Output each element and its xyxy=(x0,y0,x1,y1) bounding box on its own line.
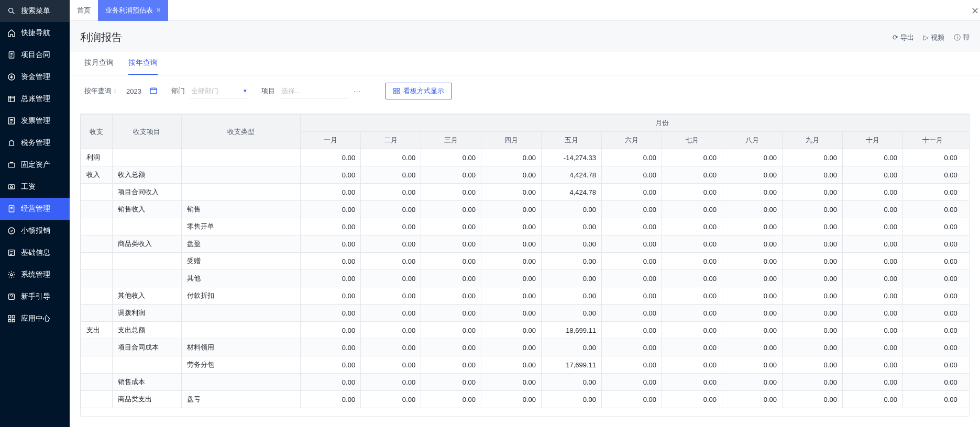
sidebar-item-11[interactable]: 基础信息 xyxy=(0,242,70,264)
cell-m7: 0.00 xyxy=(722,374,782,391)
cell-m4: 17,699.11 xyxy=(542,356,602,374)
table-row: 项目合同成本材料领用0.000.000.000.000.000.000.000.… xyxy=(81,339,970,356)
table-row: 其他收入付款折扣0.000.000.000.000.000.000.000.00… xyxy=(81,287,970,305)
col-month-2: 三月 xyxy=(421,132,481,149)
grid-icon xyxy=(393,87,400,95)
cell-cat xyxy=(81,339,113,356)
sidebar-item-label: 新手引导 xyxy=(21,292,50,301)
year-input[interactable]: 2023 xyxy=(124,86,144,97)
help-icon: ⓘ xyxy=(954,33,961,42)
sidebar-item-14[interactable]: 应用中心 xyxy=(0,308,70,330)
report-table-scroll[interactable]: 收支收支项目收支类型月份一月二月三月四月五月六月七月八月九月十月十一月十二 利润… xyxy=(80,114,970,417)
sidebar-item-10[interactable]: 小畅报销 xyxy=(0,220,70,242)
report-table: 收支收支项目收支类型月份一月二月三月四月五月六月七月八月九月十月十一月十二 利润… xyxy=(81,114,970,408)
cell-m8: 0.00 xyxy=(782,235,842,253)
cell-m1: 0.00 xyxy=(361,305,421,322)
cell-m3: 0.00 xyxy=(481,322,542,339)
help-button[interactable]: ⓘ 帮 xyxy=(954,33,970,42)
cell-m7: 0.00 xyxy=(722,149,782,166)
tab-bar: 首页 业务利润预估表 ✕ ✕ xyxy=(70,0,980,21)
tab-yearly[interactable]: 按年查询 xyxy=(128,52,158,75)
dept-select[interactable]: 全部部门 ▾ xyxy=(190,84,248,98)
sidebar-item-6[interactable]: 税务管理 xyxy=(0,132,70,154)
project-select[interactable]: 选择... xyxy=(280,84,348,98)
cell-m4: 4,424.78 xyxy=(542,166,602,184)
export-button[interactable]: ⟳ 导出 xyxy=(893,33,914,42)
cell-m6: 0.00 xyxy=(662,184,722,201)
cell-typ: 其他 xyxy=(181,270,301,287)
close-icon[interactable]: ✕ xyxy=(156,7,161,14)
cell-m6: 0.00 xyxy=(662,149,722,166)
sidebar-item-2[interactable]: 项目合同 xyxy=(0,44,70,66)
sidebar-item-4[interactable]: 总账管理 xyxy=(0,88,70,110)
cell-m11 xyxy=(963,253,970,270)
col-sub: 收支项目 xyxy=(112,115,181,149)
cell-m5: 0.00 xyxy=(602,149,662,166)
table-row: 销售成本0.000.000.000.000.000.000.000.000.00… xyxy=(81,374,970,391)
cell-m9: 0.00 xyxy=(842,391,902,408)
cell-m8: 0.00 xyxy=(782,356,842,374)
cell-m10: 0.00 xyxy=(902,339,963,356)
sidebar-item-13[interactable]: 新手引导 xyxy=(0,286,70,308)
cell-m0: 0.00 xyxy=(301,287,361,305)
cell-cat xyxy=(81,391,113,408)
sidebar: 搜索菜单快捷导航项目合同资金管理总账管理发票管理税务管理固定资产工资经营管理小畅… xyxy=(0,0,70,427)
cell-m0: 0.00 xyxy=(301,270,361,287)
svg-rect-19 xyxy=(397,88,399,91)
cell-m9: 0.00 xyxy=(842,201,902,218)
kanban-button[interactable]: 看板方式显示 xyxy=(385,83,452,99)
cell-m2: 0.00 xyxy=(421,322,481,339)
svg-rect-16 xyxy=(12,319,15,322)
cell-m4: -14,274.33 xyxy=(542,149,602,166)
sidebar-item-8[interactable]: 工资 xyxy=(0,176,70,198)
col-month-7: 八月 xyxy=(722,132,782,149)
cell-m10: 0.00 xyxy=(902,218,963,235)
cell-cat: 收入 xyxy=(81,166,113,184)
cell-m6: 0.00 xyxy=(662,339,722,356)
cell-m6: 0.00 xyxy=(662,391,722,408)
cell-m11 xyxy=(963,356,970,374)
svg-point-7 xyxy=(10,186,13,188)
cell-m0: 0.00 xyxy=(301,339,361,356)
cell-m6: 0.00 xyxy=(662,166,722,184)
sidebar-item-1[interactable]: 快捷导航 xyxy=(0,22,70,44)
cell-m3: 0.00 xyxy=(481,287,542,305)
money-icon xyxy=(7,73,16,81)
table-row: 其他0.000.000.000.000.000.000.000.000.000.… xyxy=(81,270,970,287)
cell-m0: 0.00 xyxy=(301,374,361,391)
video-button[interactable]: ▷ 视频 xyxy=(923,33,944,42)
sidebar-item-label: 发票管理 xyxy=(21,116,50,126)
sidebar-item-7[interactable]: 固定资产 xyxy=(0,154,70,176)
cell-m9: 0.00 xyxy=(842,270,902,287)
table-row: 支出支出总额0.000.000.000.0018,699.110.000.000… xyxy=(81,322,970,339)
cell-sub: 支出总额 xyxy=(112,322,181,339)
col-cat: 收支 xyxy=(81,115,113,149)
sidebar-item-12[interactable]: 系统管理 xyxy=(0,264,70,286)
dept-placeholder: 全部部门 xyxy=(191,86,218,96)
col-month-11: 十二 xyxy=(963,132,970,149)
cell-cat xyxy=(81,184,113,201)
cell-m1: 0.00 xyxy=(361,322,421,339)
cell-m10: 0.00 xyxy=(902,322,963,339)
cell-m5: 0.00 xyxy=(602,218,662,235)
cell-m8: 0.00 xyxy=(782,166,842,184)
svg-rect-13 xyxy=(8,316,11,318)
cell-m1: 0.00 xyxy=(361,235,421,253)
sidebar-item-label: 固定资产 xyxy=(21,160,50,170)
tab-profit-estimate[interactable]: 业务利润预估表 ✕ xyxy=(98,0,168,21)
cell-m1: 0.00 xyxy=(361,356,421,374)
sidebar-item-0[interactable]: 搜索菜单 xyxy=(0,0,70,22)
cell-m2: 0.00 xyxy=(421,218,481,235)
cell-cat xyxy=(81,218,113,235)
tab-close-all-icon[interactable]: ✕ xyxy=(971,5,979,17)
sidebar-item-5[interactable]: 发票管理 xyxy=(0,110,70,132)
tab-home[interactable]: 首页 xyxy=(70,0,98,21)
cell-m2: 0.00 xyxy=(421,184,481,201)
more-icon[interactable]: ⋯ xyxy=(354,87,361,95)
calendar-icon[interactable] xyxy=(149,86,158,96)
tab-monthly[interactable]: 按月查询 xyxy=(84,52,114,75)
sidebar-item-3[interactable]: 资金管理 xyxy=(0,66,70,88)
cell-m5: 0.00 xyxy=(602,339,662,356)
sidebar-item-9[interactable]: 经营管理 xyxy=(0,198,70,220)
cell-cat xyxy=(81,287,113,305)
